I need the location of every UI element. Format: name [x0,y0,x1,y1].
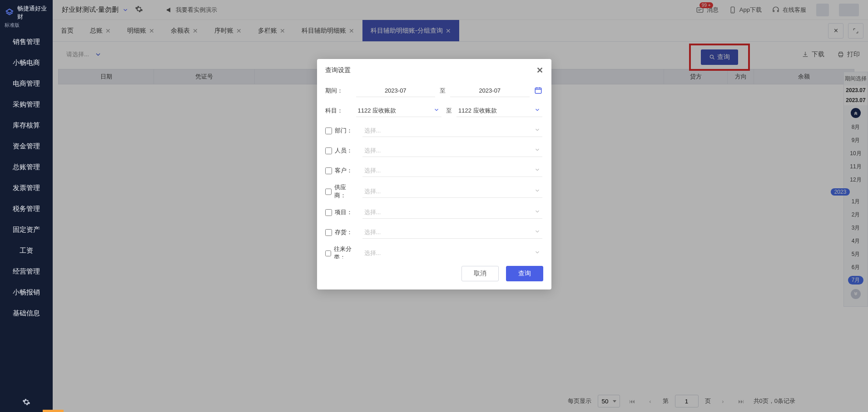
brand-name: 畅捷通好业财 [17,5,49,21]
subject-from-select[interactable]: 1122 应收账款 [356,104,442,117]
sidebar-item[interactable]: 采购管理 [0,94,53,115]
filter-label: 存货： [335,228,352,236]
chevron-down-icon [433,107,440,114]
chevron-down-icon [534,147,541,154]
sidebar-item[interactable]: 发票管理 [0,177,53,198]
filter-checkbox[interactable] [325,229,332,236]
sidebar-item[interactable]: 小畅报销 [0,282,53,303]
sidebar-item[interactable]: 销售管理 [0,31,53,52]
chevron-down-icon [534,167,541,174]
subject-to-select[interactable]: 1122 应收账款 [456,104,542,117]
subject-to-label: 至 [446,107,452,115]
sidebar-item[interactable]: 小畅电商 [0,52,53,73]
sidebar-item[interactable]: 电商管理 [0,73,53,94]
sidebar-item[interactable]: 库存核算 [0,115,53,136]
period-row: 期间： 至 [325,83,542,98]
chevron-down-icon [534,228,541,236]
filter-checkbox[interactable] [325,250,331,257]
chevron-down-icon [534,107,541,114]
filter-checkbox[interactable] [325,188,332,195]
filter-checkbox[interactable] [325,147,332,154]
filter-checkbox[interactable] [325,128,332,134]
progress-strip [43,410,64,412]
subject-label: 科目： [325,107,352,115]
filter-select[interactable]: 选择... [362,185,542,198]
period-from-input[interactable] [356,84,436,97]
query-settings-modal: 查询设置 ✕ 期间： 至 科目： 1122 应收账款 至 [317,59,551,289]
subject-row: 科目： 1122 应收账款 至 1122 应收账款 [325,103,542,118]
brand-logo: 畅捷通好业财 [0,0,53,22]
sidebar-item[interactable]: 资金管理 [0,136,53,157]
cancel-button[interactable]: 取消 [461,266,499,281]
sidebar-item[interactable]: 固定资产 [0,219,53,240]
filter-label: 供应商： [334,183,357,200]
sidebar-item[interactable]: 总账管理 [0,157,53,177]
period-label: 期间： [325,87,352,95]
filter-checkbox[interactable] [325,167,332,174]
sidebar-item[interactable]: 基础信息 [0,303,53,324]
period-to-label: 至 [440,87,446,95]
sidebar-item[interactable]: 税务管理 [0,198,53,219]
filter-select[interactable]: 选择... [362,124,542,137]
period-to-input[interactable] [450,84,530,97]
filter-label: 项目： [335,208,352,216]
modal-close-button[interactable]: ✕ [536,65,543,75]
filter-label: 客户： [335,167,352,175]
filter-row: 供应商：选择... [325,183,542,200]
filter-row: 部门：选择... [325,123,542,138]
filter-select[interactable]: 选择... [362,164,542,177]
filter-label: 往来分类： [334,245,358,259]
confirm-button[interactable]: 查询 [506,266,543,281]
filter-row: 人员：选择... [325,143,542,158]
chevron-down-icon [534,249,541,257]
modal-title: 查询设置 [325,66,351,74]
filter-row: 项目：选择... [325,205,542,220]
filter-select[interactable]: 选择... [362,144,542,157]
filter-row: 存货：选择... [325,225,542,240]
filter-row: 客户：选择... [325,163,542,178]
svg-rect-4 [535,88,541,93]
sidebar: 畅捷通好业财 标准版 销售管理小畅电商电商管理采购管理库存核算资金管理总账管理发… [0,0,53,412]
filter-row: 往来分类：选择... [325,245,542,259]
chevron-down-icon [534,187,541,195]
filter-select[interactable]: 选择... [362,226,542,239]
filter-select[interactable]: 选择... [362,247,542,259]
filter-label: 人员： [335,147,352,155]
calendar-icon[interactable] [534,86,542,96]
chevron-down-icon [534,208,541,216]
sidebar-item[interactable]: 工资 [0,240,53,261]
chevron-down-icon [534,127,541,134]
brand-version: 标准版 [0,22,53,31]
sidebar-item[interactable]: 经营管理 [0,261,53,282]
filter-select[interactable]: 选择... [362,206,542,219]
filter-label: 部门： [335,127,352,135]
filter-checkbox[interactable] [325,209,332,216]
settings-gear-icon[interactable] [0,398,53,407]
